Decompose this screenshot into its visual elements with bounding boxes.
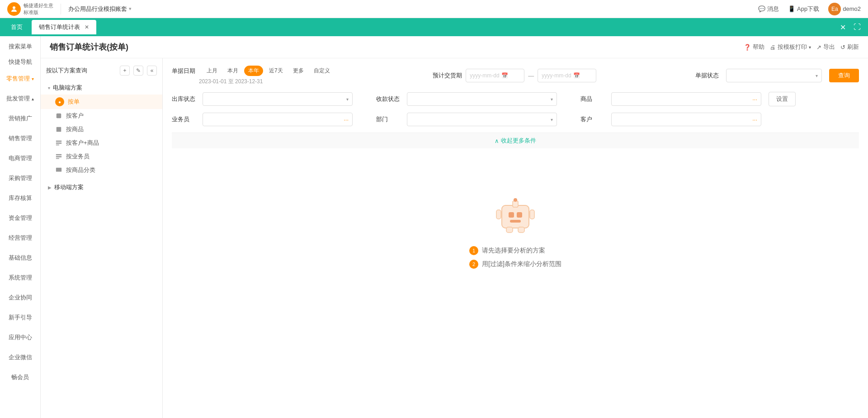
payment-status-select[interactable]: ▾ — [407, 92, 557, 106]
department-label: 部门 — [376, 115, 403, 124]
ship-dropdown-icon: ▾ — [346, 97, 349, 102]
filter-field-payment-status: 收款状态 ▾ — [376, 92, 557, 106]
message-button[interactable]: 💬 消息 — [758, 5, 779, 13]
empty-state: 1 请先选择要分析的方案 2 用[过滤]条件来缩小分析范围 — [163, 156, 868, 309]
expected-delivery-start-placeholder: yyyy-mm-dd — [470, 72, 499, 79]
scheme-goods-icon — [55, 126, 62, 133]
print-button[interactable]: 🖨 按模板打印 ▾ — [770, 43, 811, 51]
tab-close-icon[interactable]: ✕ — [85, 24, 89, 30]
step-1-number: 1 — [469, 246, 478, 255]
sidebar-item-newbie[interactable]: 新手引导 — [0, 308, 40, 328]
sidebar-item-retail[interactable]: 零售管理 ▾ — [0, 69, 40, 89]
sidebar-item-nav[interactable]: 快捷导航 — [0, 55, 40, 69]
tab-close-window-button[interactable]: ✕ — [837, 22, 848, 33]
expected-delivery-label: 预计交货期 — [433, 71, 462, 80]
filter-panel-actions: + ✎ « — [120, 66, 157, 76]
export-button[interactable]: ↗ 导出 — [816, 43, 835, 51]
sidebar-item-operations[interactable]: 经营管理 — [0, 228, 40, 248]
tab-home[interactable]: 首页 — [4, 20, 30, 34]
filter-field-expected-delivery: 预计交货期 yyyy-mm-dd 📅 — yyyy-mm-dd 📅 — [433, 69, 596, 82]
topbar-left: 畅捷通好生意 标准版 办公用品行业模拟账套 ▾ — [7, 2, 132, 16]
goods-more-icon[interactable]: ··· — [752, 96, 757, 103]
sidebar-item-sales[interactable]: 销售管理 — [0, 128, 40, 148]
scheme-goods-cat-icon — [55, 166, 62, 174]
calendar-icon: 📅 — [501, 72, 508, 79]
sidebar-item-member[interactable]: 畅会员 — [0, 367, 40, 387]
filter-field-salesperson: 业务员 ··· — [172, 113, 353, 126]
date-separator: — — [528, 72, 534, 79]
customer-select[interactable]: ··· — [611, 113, 761, 126]
app-download-button[interactable]: 📱 App下载 — [788, 5, 819, 13]
tabbar: 首页 销售订单统计表 ✕ ✕ ⛶ — [0, 18, 868, 36]
svg-rect-17 — [530, 210, 534, 219]
sidebar-item-cooperation[interactable]: 企业协同 — [0, 288, 40, 308]
salesperson-select[interactable]: ··· — [203, 113, 353, 126]
department-select[interactable]: ▾ — [407, 113, 557, 126]
empty-icon — [493, 192, 538, 237]
date-custom-button[interactable]: 自定义 — [310, 66, 334, 76]
date-this-year-button[interactable]: 本年 — [244, 66, 263, 76]
expand-arrow-icon: ▾ — [48, 86, 50, 90]
sidebar: 搜索菜单 快捷导航 零售管理 ▾ 批发管理 ▴ 营销推广 销售管理 电商管理 采… — [0, 36, 41, 418]
content-area: 销售订单统计表(按单) ❓ 帮助 🖨 按模板打印 ▾ ↗ 导出 ↺ 刷新 — [41, 36, 868, 418]
sidebar-item-marketing[interactable]: 营销推广 — [0, 109, 40, 128]
svg-rect-3 — [56, 141, 61, 142]
expected-delivery-end[interactable]: yyyy-mm-dd 📅 — [538, 69, 596, 82]
sidebar-item-search[interactable]: 搜索菜单 — [0, 38, 40, 55]
sidebar-item-wholesale[interactable]: 批发管理 ▴ — [0, 89, 40, 109]
filter-row-3: 业务员 ··· 部门 ▾ — [172, 113, 859, 126]
retail-arrow-icon: ▾ — [32, 76, 34, 81]
customer-more-icon[interactable]: ··· — [752, 116, 757, 123]
tab-sales-order-stats[interactable]: 销售订单统计表 ✕ — [32, 20, 96, 34]
scheme-by-order[interactable]: ● 按单 — [41, 95, 162, 109]
scheme-by-customer[interactable]: 按客户 — [41, 109, 162, 123]
sidebar-item-basic[interactable]: 基础信息 — [0, 248, 40, 268]
workspace-selector[interactable]: 办公用品行业模拟账套 ▾ — [68, 5, 132, 13]
sidebar-item-inventory[interactable]: 库存核算 — [0, 188, 40, 208]
mobile-schemes-parent[interactable]: ▶ 移动端方案 — [41, 180, 162, 194]
quick-date-buttons: 上月 本月 本年 近7天 更多 自定义 — [203, 66, 334, 76]
edit-scheme-button[interactable]: ✎ — [133, 66, 143, 76]
expected-delivery-start[interactable]: yyyy-mm-dd 📅 — [466, 69, 524, 82]
sidebar-item-appstore[interactable]: 应用中心 — [0, 328, 40, 347]
collapse-scheme-button[interactable]: « — [147, 66, 157, 76]
logo-icon — [7, 2, 21, 16]
sidebar-item-wechat[interactable]: 企业微信 — [0, 347, 40, 367]
scheme-by-salesperson[interactable]: 按业务员 — [41, 150, 162, 163]
svg-rect-8 — [56, 158, 59, 159]
svg-rect-12 — [517, 212, 522, 218]
date-last-month-button[interactable]: 上月 — [203, 66, 222, 76]
desktop-schemes-section: ▾ 电脑端方案 ● 按单 按客户 — [41, 79, 162, 179]
svg-rect-4 — [56, 142, 61, 144]
filter-field-order-status: 单据状态 ▾ — [695, 69, 822, 82]
tab-expand-button[interactable]: ⛶ — [852, 22, 863, 33]
order-status-select[interactable]: ▾ — [726, 69, 822, 82]
mobile-expand-arrow-icon: ▶ — [48, 185, 52, 190]
ship-status-select[interactable]: ▾ — [203, 92, 353, 106]
add-scheme-button[interactable]: + — [120, 66, 130, 76]
topbar-right: 💬 消息 📱 App下载 Ea demo2 — [758, 3, 861, 15]
sidebar-item-system[interactable]: 系统管理 — [0, 268, 40, 288]
date-this-month-button[interactable]: 本月 — [223, 66, 242, 76]
refresh-button[interactable]: ↺ 刷新 — [840, 43, 859, 51]
scheme-by-customer-goods[interactable]: 按客户+商品 — [41, 136, 162, 150]
sidebar-item-purchase[interactable]: 采购管理 — [0, 168, 40, 188]
scheme-by-goods[interactable]: 按商品 — [41, 123, 162, 136]
ship-status-label: 出库状态 — [172, 95, 199, 103]
divider — [61, 4, 61, 14]
scheme-by-goods-category[interactable]: 按商品分类 — [41, 163, 162, 177]
svg-rect-7 — [56, 156, 61, 157]
collapse-conditions-button[interactable]: ∧ 收起更多条件 — [172, 133, 859, 148]
sidebar-item-ecommerce[interactable]: 电商管理 — [0, 148, 40, 168]
date-last-7days-button[interactable]: 近7天 — [265, 66, 287, 76]
salesperson-more-icon[interactable]: ··· — [344, 116, 349, 123]
search-button[interactable]: 查询 — [829, 69, 859, 82]
settings-button[interactable]: 设置 — [769, 92, 796, 106]
sidebar-item-finance[interactable]: 资金管理 — [0, 208, 40, 228]
user-menu-button[interactable]: Ea demo2 — [828, 3, 861, 15]
goods-select[interactable]: ··· — [611, 92, 761, 106]
filter-field-goods: 商品 ··· — [580, 92, 761, 106]
date-more-button[interactable]: 更多 — [289, 66, 308, 76]
desktop-schemes-parent[interactable]: ▾ 电脑端方案 — [41, 81, 162, 95]
help-button[interactable]: ❓ 帮助 — [744, 43, 764, 51]
